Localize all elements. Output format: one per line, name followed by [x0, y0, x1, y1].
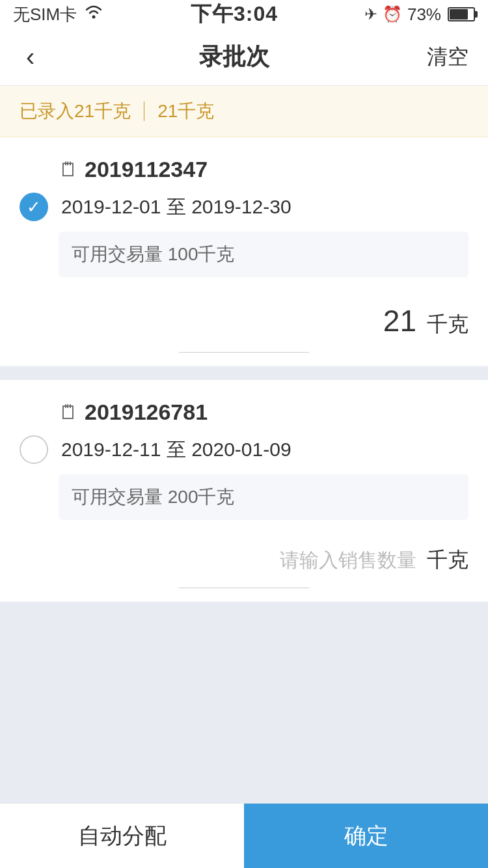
auto-distribute-label: 自动分配	[78, 821, 167, 851]
bottom-bar: 自动分配 确定	[0, 803, 488, 868]
info-banner: 已录入21千克 21千克	[0, 86, 488, 137]
batch-id-2: 2019126781	[85, 400, 208, 425]
date-range-1: 2019-12-01 至 2019-12-30	[61, 194, 291, 221]
batch-id-1: 2019112347	[85, 157, 208, 182]
confirm-button[interactable]: 确定	[244, 804, 488, 868]
svg-point-0	[92, 15, 96, 18]
radio-1[interactable]: ✓	[20, 193, 48, 221]
confirm-label: 确定	[344, 821, 388, 851]
batch-row-1[interactable]: ✓ 2019-12-01 至 2019-12-30	[20, 193, 468, 221]
amount-value-1: 21	[383, 303, 416, 338]
wifi-icon	[83, 5, 104, 25]
batch-doc-icon-2: 🗒	[59, 401, 78, 424]
location-icon: ✈	[364, 5, 377, 23]
avail-box-1: 可用交易量 100千克	[59, 232, 468, 277]
batch-header-2: 🗒 2019126781	[20, 400, 468, 425]
batch-row-2[interactable]: 2019-12-11 至 2020-01-09	[20, 435, 468, 464]
battery-icon	[448, 7, 475, 21]
recorded-label: 已录入21千克	[20, 99, 131, 124]
divider-1	[179, 352, 309, 353]
radio-2[interactable]	[20, 435, 48, 464]
sim-text: 无SIM卡	[13, 3, 77, 26]
page-title: 录批次	[199, 41, 269, 73]
avail-label-1: 可用交易量 100千克	[72, 244, 235, 264]
input-unit-2: 千克	[427, 546, 468, 575]
input-row-2[interactable]: 请输入销售数量 千克	[0, 533, 488, 588]
section-separator	[0, 367, 488, 380]
banner-divider	[144, 102, 144, 121]
batch-card-1: 🗒 2019112347 ✓ 2019-12-01 至 2019-12-30 可…	[0, 137, 488, 366]
status-left: 无SIM卡	[13, 3, 104, 26]
amount-row-1: 21 千克	[0, 290, 488, 352]
status-bar: 无SIM卡 下午3:04 ✈ ⏰ 73%	[0, 0, 488, 29]
input-placeholder-2: 请输入销售数量	[280, 547, 416, 574]
battery-percent: 73%	[407, 5, 441, 25]
batch-doc-icon-1: 🗒	[59, 159, 78, 181]
batch-card-2: 🗒 2019126781 2019-12-11 至 2020-01-09 可用交…	[0, 380, 488, 601]
divider-2	[179, 588, 309, 588]
clear-button[interactable]: 清空	[427, 43, 468, 72]
amount-unit-1: 千克	[427, 310, 468, 339]
alarm-icon: ⏰	[383, 5, 402, 23]
batch-header-1: 🗒 2019112347	[20, 157, 468, 182]
date-range-2: 2019-12-11 至 2020-01-09	[61, 437, 291, 463]
nav-bar: ‹ 录批次 清空	[0, 29, 488, 86]
avail-label-2: 可用交易量 200千克	[72, 487, 235, 507]
check-icon-1: ✓	[27, 197, 41, 217]
avail-box-2: 可用交易量 200千克	[59, 474, 468, 520]
auto-distribute-button[interactable]: 自动分配	[0, 804, 244, 868]
status-time: 下午3:04	[191, 0, 278, 29]
recorded-value: 21千克	[157, 99, 214, 124]
back-button[interactable]: ‹	[20, 36, 41, 78]
status-right: ✈ ⏰ 73%	[364, 5, 475, 25]
